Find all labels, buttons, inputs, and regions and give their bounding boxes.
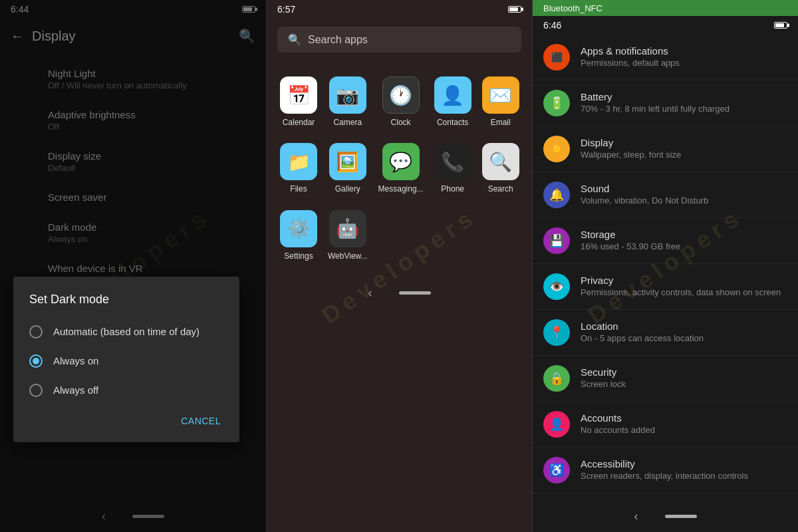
display-settings-icon: ☀️ xyxy=(549,142,564,156)
settings-title-security: Security xyxy=(581,366,787,378)
radio-option-automatic[interactable]: Automatic (based on time of day) xyxy=(13,317,239,346)
settings-icon-apps: ⬛ xyxy=(543,44,570,70)
time-2: 6:57 xyxy=(277,4,295,15)
app-item-camera[interactable]: 📷 Camera xyxy=(325,71,370,132)
settings-subtitle-storage: 16% used - 53.90 GB free xyxy=(581,241,787,253)
settings-icon-accessibility: ♿ xyxy=(543,457,570,483)
settings-text-display: Display Wallpaper, sleep, font size xyxy=(581,137,787,161)
app-label-camera: Camera xyxy=(333,118,362,127)
dark-mode-dialog: Set Dark mode Automatic (based on time o… xyxy=(13,277,239,442)
radio-option-always-off[interactable]: Always off xyxy=(13,376,239,405)
settings-row-sound[interactable]: 🔔 Sound Volume, vibration, Do Not Distur… xyxy=(533,172,798,218)
search-bar[interactable]: 🔍 Search apps xyxy=(277,27,521,53)
app-item-email[interactable]: ✉️ Email xyxy=(479,71,522,132)
app-item-messaging[interactable]: 💬 Messaging... xyxy=(376,138,426,199)
nav-home-2[interactable] xyxy=(399,291,431,295)
app-item-phone[interactable]: 📞 Phone xyxy=(432,138,474,199)
cancel-button[interactable]: CANCEL xyxy=(173,410,229,432)
time-3: 6:46 xyxy=(543,20,561,31)
nav-home-3[interactable] xyxy=(665,515,697,518)
privacy-settings-icon: 👁️ xyxy=(549,279,564,294)
security-settings-icon: 🔒 xyxy=(549,371,564,386)
app-label-settings: Settings xyxy=(284,251,313,261)
settings-title-location: Location xyxy=(581,321,787,332)
dialog-actions: CANCEL xyxy=(13,405,239,437)
settings-icon-security: 🔒 xyxy=(543,365,570,392)
search-bar-text: Search apps xyxy=(308,34,368,46)
app-item-search[interactable]: 🔍 Search xyxy=(479,138,522,199)
settings-subtitle-display: Wallpaper, sleep, font size xyxy=(581,150,787,161)
app-icon-files: 📁 xyxy=(280,143,317,180)
panel-app-drawer: Developers 6:57 🔍 Search apps 📅 Calendar… xyxy=(266,0,532,532)
settings-text-location: Location On - 5 apps can access location xyxy=(581,321,787,344)
app-item-clock[interactable]: 🕐 Clock xyxy=(376,71,426,132)
nav-back-3[interactable]: ‹ xyxy=(634,509,638,523)
app-item-webview[interactable]: 🤖 WebView... xyxy=(325,205,370,266)
settings-icon-display: ☀️ xyxy=(543,136,570,162)
settings-title-accounts: Accounts xyxy=(581,412,787,424)
settings-row-battery[interactable]: 🔋 Battery 70% - 3 hr, 8 min left until f… xyxy=(533,80,798,126)
app-item-files[interactable]: 📁 Files xyxy=(277,138,320,199)
settings-subtitle-privacy: Permissions, activity controls, data sho… xyxy=(581,287,787,299)
settings-row-accessibility[interactable]: ♿ Accessibility Screen readers, display,… xyxy=(533,448,798,493)
app-label-gallery: Gallery xyxy=(335,184,360,194)
settings-panel-list: ⬛ Apps & notifications Permissions, defa… xyxy=(533,35,798,500)
settings-row-storage[interactable]: 💾 Storage 16% used - 53.90 GB free xyxy=(533,218,798,264)
settings-text-battery: Battery 70% - 3 hr, 8 min left until ful… xyxy=(581,91,787,115)
settings-title-battery: Battery xyxy=(581,91,787,102)
settings-row-security[interactable]: 🔒 Security Screen lock xyxy=(533,356,798,402)
settings-title-accessibility: Accessibility xyxy=(581,458,787,469)
settings-subtitle-location: On - 5 apps can access location xyxy=(581,333,787,344)
app-label-email: Email xyxy=(491,118,511,127)
settings-icon-storage: 💾 xyxy=(543,227,570,254)
bottom-nav-3: ‹ xyxy=(533,500,798,532)
bottom-nav-2: ‹ xyxy=(267,277,532,309)
status-icons-3 xyxy=(774,22,787,29)
settings-title-display: Display xyxy=(581,137,787,148)
app-icon-calendar: 📅 xyxy=(280,76,317,114)
radio-always-on[interactable] xyxy=(29,354,43,368)
battery-settings-icon: 🔋 xyxy=(549,96,564,110)
settings-text-storage: Storage 16% used - 53.90 GB free xyxy=(581,229,787,253)
settings-row-location[interactable]: 📍 Location On - 5 apps can access locati… xyxy=(533,310,798,356)
settings-icon-accounts: 👤 xyxy=(543,411,570,438)
dialog-title: Set Dark mode xyxy=(13,293,239,317)
apps-icon: ⬛ xyxy=(551,52,563,63)
settings-row-accounts[interactable]: 👤 Accounts No accounts added xyxy=(533,402,798,448)
app-icon-camera: 📷 xyxy=(329,76,366,114)
app-icon-gallery: 🖼️ xyxy=(329,143,366,180)
radio-automatic[interactable] xyxy=(29,325,43,338)
settings-text-accounts: Accounts No accounts added xyxy=(581,412,787,436)
search-bar-container: 🔍 Search apps xyxy=(267,19,532,61)
app-label-clock: Clock xyxy=(391,118,411,127)
app-item-settings[interactable]: ⚙️ Settings xyxy=(277,205,320,266)
status-icons-2 xyxy=(508,6,521,13)
settings-text-sound: Sound Volume, vibration, Do Not Disturb xyxy=(581,183,787,207)
settings-subtitle-security: Screen lock xyxy=(581,379,787,390)
settings-text-apps: Apps & notifications Permissions, defaul… xyxy=(581,45,787,69)
settings-title-apps: Apps & notifications xyxy=(581,45,787,57)
settings-row-privacy[interactable]: 👁️ Privacy Permissions, activity control… xyxy=(533,264,798,310)
settings-icon-privacy: 👁️ xyxy=(543,273,570,300)
apps-grid: 📅 Calendar 📷 Camera 🕐 Clock 👤 Contacts ✉… xyxy=(267,61,532,277)
app-label-contacts: Contacts xyxy=(437,118,468,127)
settings-text-accessibility: Accessibility Screen readers, display, i… xyxy=(581,458,787,482)
app-icon-clock: 🕐 xyxy=(382,76,420,114)
settings-row-apps-notifications[interactable]: ⬛ Apps & notifications Permissions, defa… xyxy=(533,35,798,80)
app-item-gallery[interactable]: 🖼️ Gallery xyxy=(325,138,370,199)
settings-title-storage: Storage xyxy=(581,229,787,240)
radio-option-always-on[interactable]: Always on xyxy=(13,346,239,376)
app-item-contacts[interactable]: 👤 Contacts xyxy=(432,71,474,132)
nav-back-2[interactable]: ‹ xyxy=(368,286,372,300)
radio-always-off[interactable] xyxy=(29,384,43,397)
app-icon-settings: ⚙️ xyxy=(280,210,317,247)
status-bar-2: 6:57 xyxy=(267,0,532,19)
panel-display-settings: Developers 6:44 ← Display 🔍 Night Light … xyxy=(0,0,266,532)
search-bar-icon: 🔍 xyxy=(288,33,301,46)
app-icon-contacts: 👤 xyxy=(434,76,471,114)
settings-text-security: Security Screen lock xyxy=(581,366,787,390)
settings-row-display[interactable]: ☀️ Display Wallpaper, sleep, font size xyxy=(533,126,798,172)
top-strip-text: Bluetooth_NFC xyxy=(543,3,602,13)
app-item-calendar[interactable]: 📅 Calendar xyxy=(277,71,320,132)
settings-icon-battery: 🔋 xyxy=(543,90,570,116)
